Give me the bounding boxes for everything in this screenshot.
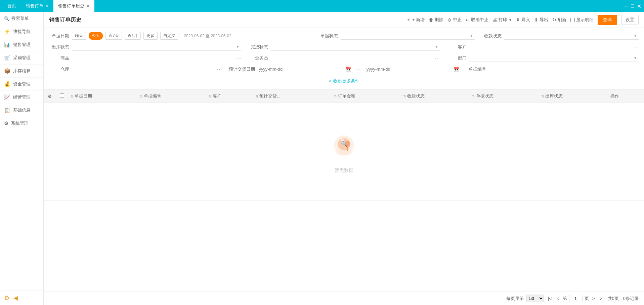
th-bill-status-label: 单据状态 xyxy=(476,93,493,99)
department-select[interactable]: ▼ xyxy=(469,54,639,62)
order-status-chevron-icon: ▼ xyxy=(469,33,473,38)
export-button[interactable]: ⬆ 导出 xyxy=(534,17,548,23)
refresh-label: 刷新 xyxy=(558,17,566,23)
tab-sales-order-history[interactable]: 销售订单历史 ✕ xyxy=(53,0,94,12)
order-number-input[interactable] xyxy=(489,65,639,73)
filter-date: 单据日期 昨天 今天 近7天 近1月 更多 自定义 2023-06-02 至 2… xyxy=(49,32,311,40)
cancel-stop-label: 取消中止 xyxy=(471,17,488,23)
warehouse-label: 仓库 xyxy=(49,66,69,72)
customer-dots-icon[interactable]: ··· xyxy=(634,43,639,50)
goods-label: 商品 xyxy=(49,55,69,61)
tab-home-label: 首页 xyxy=(7,3,16,9)
receipt-status-select[interactable]: ▼ xyxy=(504,32,639,40)
stop-button[interactable]: ⊘ 中止 xyxy=(447,17,462,23)
filter-row-3: 商品 ··· 业务员 ··· 部门 ▼ xyxy=(49,54,639,62)
page-unit: 页 xyxy=(585,296,589,302)
filter-completion-status: 完成状态 ▼ xyxy=(248,43,440,51)
sidebar-collapse-icon[interactable]: ◀ xyxy=(13,294,18,302)
th-checkbox[interactable] xyxy=(56,90,68,103)
date-btn-1month[interactable]: 近1月 xyxy=(125,32,141,40)
tab-sales-order[interactable]: 销售订单 ✕ xyxy=(21,0,53,12)
sidebar-item-business[interactable]: 📈 经营管理 xyxy=(0,91,43,104)
date-btn-today[interactable]: 今天 xyxy=(89,32,103,40)
sort-order-amount-icon[interactable]: ⇅ xyxy=(334,94,337,98)
display-detail-check[interactable] xyxy=(570,18,575,22)
select-all-checkbox[interactable] xyxy=(60,93,64,98)
sidebar-item-purchase-mgmt-label: 采购管理 xyxy=(13,55,31,61)
print-button[interactable]: 🖨 打印 ▼ xyxy=(492,17,512,23)
sort-order-number-icon[interactable]: ⇅ xyxy=(140,94,143,98)
filter-row-4: 仓库 ··· 预计交货日期 📅 — 📅 xyxy=(49,65,639,73)
salesperson-dots-icon[interactable]: ··· xyxy=(435,54,440,62)
filter-order-number: 单据编号 xyxy=(466,65,639,73)
goods-dots-icon[interactable]: ··· xyxy=(236,54,241,62)
cancel-stop-button[interactable]: ↩ 取消中止 xyxy=(466,17,488,23)
collapse-row[interactable]: ∧ 收起更多条件 xyxy=(49,77,639,85)
sidebar-item-sys-mgmt[interactable]: ⚙ 系统管理 xyxy=(0,117,43,130)
page-title: 销售订单历史 xyxy=(49,16,81,24)
sort-customer-icon[interactable]: ⇅ xyxy=(209,94,212,98)
print-icon: 🖨 xyxy=(492,17,497,23)
sort-date-icon[interactable]: ⇅ xyxy=(71,94,74,98)
refresh-button[interactable]: ↻ 刷新 xyxy=(552,17,566,23)
current-page-input[interactable] xyxy=(569,295,583,302)
delete-button[interactable]: 🗑 删除 xyxy=(429,17,443,23)
outbound-status-select[interactable]: ▼ xyxy=(72,43,241,51)
sort-expected-delivery-icon[interactable]: ⇅ xyxy=(255,94,258,98)
import-button[interactable]: ⬇ 导入 xyxy=(516,17,530,23)
th-outbound-status: ⇅出库状态 xyxy=(539,90,608,103)
order-number-label: 单据编号 xyxy=(466,66,486,72)
filter-expected-delivery: 预计交货日期 📅 — 📅 xyxy=(229,65,459,73)
th-bill-status: ⇅单据状态 xyxy=(469,90,539,103)
first-page-button[interactable]: |< xyxy=(547,295,553,302)
display-detail-checkbox[interactable]: 显示明细 xyxy=(570,17,594,23)
prev-page-button[interactable]: < xyxy=(555,295,560,302)
tab-home[interactable]: 首页 xyxy=(3,0,21,12)
expected-delivery-start-input[interactable] xyxy=(258,65,346,73)
sidebar-item-quick-nav[interactable]: ⚡ 快捷导航 xyxy=(0,25,43,38)
tab-sales-order-close[interactable]: ✕ xyxy=(45,4,48,8)
filter-row-2: 出库状态 ▼ 完成状态 ▼ 客户 ··· xyxy=(49,43,639,51)
warehouse-dots-icon[interactable]: ··· xyxy=(217,66,222,73)
sidebar-item-finance[interactable]: 💰 资金管理 xyxy=(0,78,43,91)
sidebar-item-basic-info[interactable]: 📋 基础信息 xyxy=(0,104,43,117)
tab-sales-order-history-close[interactable]: ✕ xyxy=(86,4,89,8)
customer-label: 客户 xyxy=(446,44,467,50)
stop-label: 中止 xyxy=(453,17,462,23)
sidebar-item-purchase-mgmt[interactable]: 🛒 采购管理 xyxy=(0,51,43,65)
th-customer-label: 客户 xyxy=(213,93,221,99)
minimize-icon[interactable]: ─ xyxy=(625,3,628,9)
th-settings[interactable]: ⚙ xyxy=(44,90,56,103)
date-range-text: 2023-06-02 至 2023-06-02 xyxy=(184,33,231,39)
date-btn-custom[interactable]: 自定义 xyxy=(160,32,178,40)
date-btn-7days[interactable]: 近7天 xyxy=(105,32,122,40)
calendar-end-icon[interactable]: 📅 xyxy=(454,67,459,72)
new-button[interactable]: ＋ + 新增 xyxy=(406,17,425,23)
settings-button[interactable]: 设置 xyxy=(621,15,639,25)
page-size-select[interactable]: 50 10 20 100 xyxy=(526,295,544,302)
quick-nav-icon: ⚡ xyxy=(4,29,10,35)
filter-warehouse: 仓库 ··· xyxy=(49,66,222,73)
query-button[interactable]: 查询 xyxy=(598,15,617,25)
sort-outbound-status-icon[interactable]: ⇅ xyxy=(541,94,544,98)
order-status-select[interactable]: ▼ xyxy=(341,32,475,40)
sidebar-settings-icon[interactable]: ⚙ xyxy=(4,294,9,302)
date-btn-more[interactable]: 更多 xyxy=(143,32,158,40)
expected-delivery-end-input[interactable] xyxy=(365,65,454,73)
sort-receipt-status-icon[interactable]: ⇅ xyxy=(403,94,406,98)
maximize-icon[interactable]: □ xyxy=(631,3,634,9)
sidebar-item-inventory[interactable]: 📦 库存核算 xyxy=(0,65,43,78)
calendar-start-icon[interactable]: 📅 xyxy=(346,67,351,72)
last-page-button[interactable]: >| xyxy=(598,295,605,302)
window-controls: ─ □ ✕ xyxy=(625,3,641,9)
filter-order-status: 单据状态 ▼ xyxy=(318,32,475,40)
sidebar-search[interactable]: 🔍 搜索菜单 xyxy=(0,12,43,25)
date-btn-yesterday[interactable]: 昨天 xyxy=(72,32,86,40)
next-page-button[interactable]: > xyxy=(591,295,596,302)
collapse-icon: ∧ xyxy=(328,78,332,83)
close-window-icon[interactable]: ✕ xyxy=(637,3,641,9)
completion-status-select[interactable]: ▼ xyxy=(271,43,440,51)
sort-bill-status-icon[interactable]: ⇅ xyxy=(472,94,475,98)
sidebar-item-sales-mgmt[interactable]: 📊 销售管理 xyxy=(0,38,43,51)
main-layout: 🔍 搜索菜单 ⚡ 快捷导航 📊 销售管理 🛒 采购管理 📦 库存核算 💰 资金管… xyxy=(0,12,644,305)
